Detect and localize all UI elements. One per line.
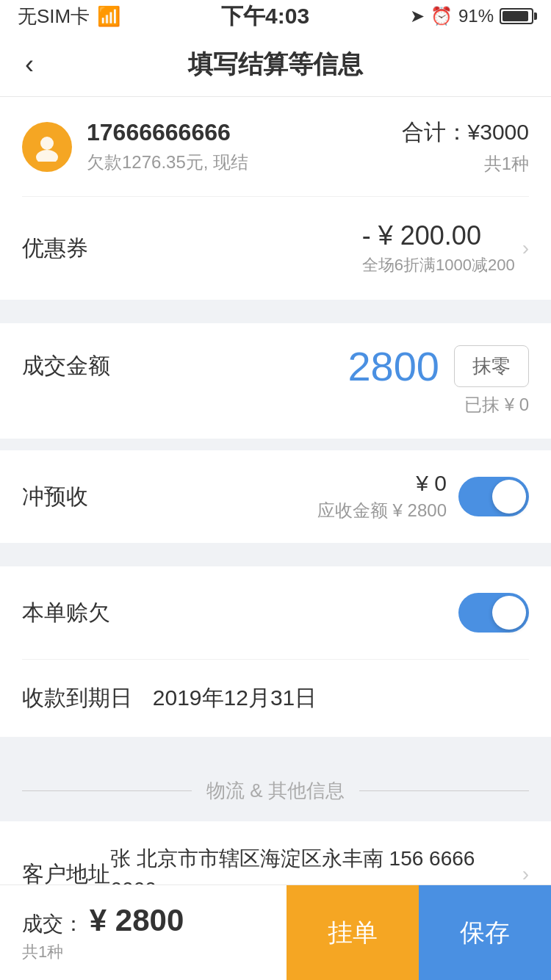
- customer-left: 17666666666 欠款1276.35元, 现结: [22, 119, 248, 174]
- nav-bar: ‹ 填写结算等信息: [0, 32, 551, 97]
- back-button[interactable]: ‹: [18, 42, 41, 87]
- logistics-separator: 物流 & 其他信息: [0, 760, 551, 821]
- sep-line-right: [359, 790, 529, 791]
- coupon-row[interactable]: 优惠券 - ¥ 200.00 全场6折满1000减200 ›: [0, 197, 551, 300]
- debt-label: 本单赊欠: [22, 598, 110, 628]
- deal-amount-label: 成交金额: [22, 351, 110, 381]
- customer-section: 17666666666 欠款1276.35元, 现结 合计：¥3000 共1种 …: [0, 97, 551, 300]
- status-right: ➤ ⏰ 91%: [410, 6, 533, 26]
- coupon-right: - ¥ 200.00 全场6折满1000减200 ›: [362, 220, 529, 276]
- amount-section: 成交金额 2800 抹零 已抹 ¥ 0: [0, 323, 551, 439]
- amount-value-group: 2800 抹零: [347, 345, 529, 387]
- bottom-amount: ¥ 2800: [90, 903, 184, 937]
- gray-separator-2: [0, 555, 551, 566]
- coupon-desc: 全场6折满1000减200: [362, 254, 515, 276]
- toggle-knob: [492, 480, 526, 514]
- total-amount: 合计：¥3000: [402, 118, 529, 148]
- due-date-value: 2019年12月31日: [153, 685, 317, 710]
- deal-amount-sub: 已抹 ¥ 0: [22, 393, 529, 417]
- debt-toggle-knob: [492, 596, 526, 630]
- logistics-sep-text: 物流 & 其他信息: [206, 778, 345, 804]
- gray-separator-3: [0, 749, 551, 760]
- pre-receive-row: 冲预收 ¥ 0 应收金额 ¥ 2800: [0, 450, 551, 543]
- battery-icon: [500, 8, 533, 24]
- gray-separator-1: [0, 311, 551, 323]
- coupon-label: 优惠券: [22, 234, 88, 264]
- customer-right: 合计：¥3000 共1种: [402, 118, 529, 176]
- deal-amount-value: 2800: [347, 346, 439, 387]
- pre-receive-right: ¥ 0 应收金额 ¥ 2800: [317, 471, 529, 522]
- debt-section: 本单赊欠 收款到期日 2019年12月31日: [0, 566, 551, 737]
- bottom-bar: 成交： ¥ 2800 共1种 挂单 保存: [0, 884, 551, 980]
- pre-receive-amount-group: ¥ 0 应收金额 ¥ 2800: [317, 471, 447, 522]
- pre-receive-label: 冲预收: [22, 482, 88, 512]
- bottom-summary: 成交： ¥ 2800 共1种: [0, 903, 287, 963]
- customer-info: 17666666666 欠款1276.35元, 现结: [87, 119, 248, 174]
- pre-receive-section: 冲预收 ¥ 0 应收金额 ¥ 2800: [0, 450, 551, 543]
- pre-receive-sub: 应收金额 ¥ 2800: [317, 499, 447, 522]
- battery-percent: 91%: [458, 6, 494, 26]
- due-date-row: 收款到期日 2019年12月31日: [0, 660, 551, 737]
- coupon-values: - ¥ 200.00 全场6折满1000减200: [362, 220, 515, 276]
- amount-row: 成交金额 2800 抹零: [22, 345, 529, 387]
- alarm-icon: ⏰: [431, 6, 453, 26]
- carrier-text: 无SIM卡: [18, 4, 90, 29]
- coupon-chevron-icon: ›: [522, 237, 529, 260]
- address-chevron-icon: ›: [522, 862, 529, 886]
- pre-receive-toggle[interactable]: [458, 477, 529, 516]
- avatar: [22, 122, 72, 172]
- svg-point-1: [36, 150, 58, 162]
- bottom-deal-label: 成交：: [22, 912, 84, 935]
- status-left: 无SIM卡 📶: [18, 4, 120, 29]
- status-bar: 无SIM卡 📶 下午4:03 ➤ ⏰ 91%: [0, 0, 551, 32]
- debt-row: 本单赊欠: [0, 566, 551, 659]
- svg-point-0: [40, 137, 54, 150]
- customer-row: 17666666666 欠款1276.35元, 现结 合计：¥3000 共1种: [0, 97, 551, 196]
- hang-button[interactable]: 挂单: [287, 885, 419, 981]
- bottom-count: 共1种: [22, 941, 264, 963]
- wifi-icon: 📶: [97, 5, 120, 28]
- save-button[interactable]: 保存: [419, 885, 551, 981]
- main-content: 17666666666 欠款1276.35元, 现结 合计：¥3000 共1种 …: [0, 97, 551, 980]
- location-icon: ➤: [410, 6, 425, 26]
- page-title: 填写结算等信息: [188, 48, 363, 82]
- customer-phone: 17666666666: [87, 119, 248, 146]
- debt-toggle[interactable]: [458, 593, 529, 633]
- pre-receive-amount: ¥ 0: [317, 471, 447, 496]
- due-date-label: 收款到期日: [22, 685, 132, 710]
- round-button[interactable]: 抹零: [454, 345, 529, 387]
- total-count: 共1种: [402, 152, 529, 176]
- coupon-amount: - ¥ 200.00: [362, 220, 515, 251]
- customer-debt: 欠款1276.35元, 现结: [87, 151, 248, 174]
- bottom-deal-line: 成交： ¥ 2800: [22, 903, 264, 938]
- status-time: 下午4:03: [221, 1, 309, 32]
- pre-receive-label-group: 冲预收: [22, 482, 88, 512]
- sep-line-left: [22, 790, 192, 791]
